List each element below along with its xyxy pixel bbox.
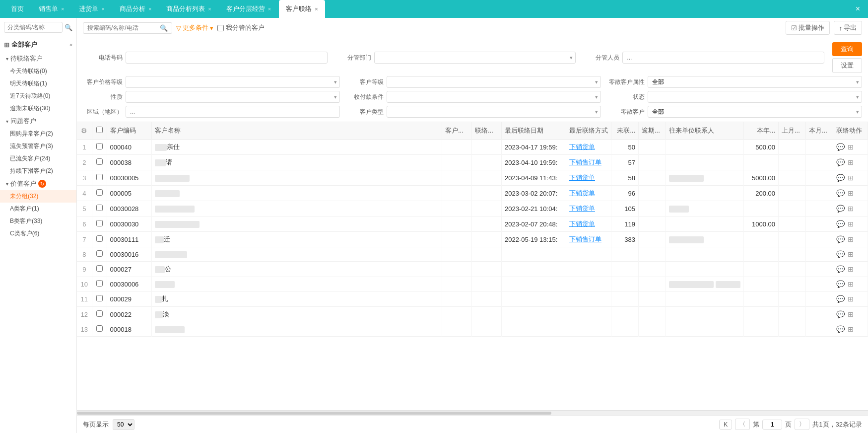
prev-page-button[interactable]: 〈	[735, 419, 750, 430]
message-icon[interactable]: 💬	[836, 310, 845, 318]
message-icon[interactable]: 💬	[836, 143, 845, 151]
last-way-link[interactable]: 下销售订单	[569, 158, 601, 166]
sidebar-item-overdue-pending[interactable]: 逾期未联络(30)	[0, 102, 76, 115]
grid-action-icon[interactable]: ⊞	[848, 220, 854, 228]
row-checkbox-cell[interactable]	[92, 262, 107, 277]
row-checkbox[interactable]	[96, 220, 103, 226]
message-icon[interactable]: 💬	[836, 174, 845, 182]
message-icon[interactable]: 💬	[836, 189, 845, 197]
message-icon[interactable]: 💬	[836, 280, 845, 288]
filter-scatter-attr-select[interactable]: 全部	[648, 76, 862, 88]
row-checkbox[interactable]	[96, 295, 103, 301]
nav-product-list[interactable]: 商品分析列表 ×	[159, 0, 218, 18]
last-way-link[interactable]: 下销货单	[569, 143, 595, 150]
nav-home[interactable]: 首页	[4, 0, 31, 18]
sidebar-item-churn-warning[interactable]: 流失预警客户(3)	[0, 140, 76, 152]
more-filters-button[interactable]: ▽ 更多条件 ▾	[176, 23, 213, 32]
row-checkbox[interactable]	[96, 235, 103, 242]
filter-manager-input[interactable]	[622, 52, 824, 64]
row-checkbox-cell[interactable]	[92, 322, 107, 337]
grid-action-icon[interactable]: ⊞	[848, 250, 854, 258]
all-customers-header[interactable]: ⊞ 全部客户 «	[0, 37, 76, 52]
close-all-button[interactable]: ×	[852, 4, 864, 13]
row-checkbox-cell[interactable]	[92, 247, 107, 262]
row-checkbox[interactable]	[96, 158, 103, 165]
sidebar-item-hoarding-abnormal[interactable]: 囤购异常客户(2)	[0, 128, 76, 140]
filter-payment-select[interactable]	[387, 91, 601, 103]
message-icon[interactable]: 💬	[836, 235, 845, 243]
row-checkbox[interactable]	[96, 143, 103, 149]
sidebar-item-ungroup[interactable]: 未分组(32)	[0, 190, 76, 203]
my-customers-checkbox[interactable]: 我分管的客户	[217, 23, 265, 32]
sidebar-item-today-pending[interactable]: 今天待联络(0)	[0, 65, 76, 77]
close-icon[interactable]: ×	[268, 6, 271, 12]
per-page-select[interactable]: 50	[113, 419, 134, 430]
sidebar-search-input[interactable]	[4, 22, 63, 33]
sidebar-item-churned[interactable]: 已流失客户(24)	[0, 152, 76, 165]
search-icon[interactable]: 🔍	[160, 24, 168, 32]
filter-scatter-select[interactable]: 全部	[648, 106, 862, 118]
message-icon[interactable]: 💬	[836, 158, 845, 166]
horizontal-scrollbar[interactable]	[77, 410, 868, 415]
grid-action-icon[interactable]: ⊞	[848, 158, 854, 166]
row-checkbox-cell[interactable]	[92, 170, 107, 186]
row-checkbox-cell[interactable]	[92, 277, 107, 291]
grid-action-icon[interactable]: ⊞	[848, 280, 854, 288]
row-checkbox-cell[interactable]	[92, 186, 107, 201]
reset-button[interactable]: 设置	[832, 58, 862, 73]
grid-action-icon[interactable]: ⊞	[848, 265, 854, 273]
select-all-checkbox[interactable]	[96, 127, 103, 133]
filter-price-grade-select[interactable]	[126, 76, 340, 88]
last-way-link[interactable]: 下销货单	[569, 220, 595, 227]
problem-group-header[interactable]: ▾ 问题客户	[0, 115, 76, 128]
nav-purchase[interactable]: 进货单 ×	[72, 0, 111, 18]
grid-action-icon[interactable]: ⊞	[848, 205, 854, 213]
sidebar-search-icon[interactable]: 🔍	[65, 24, 72, 31]
row-checkbox[interactable]	[96, 189, 103, 196]
last-way-link[interactable]: 下销货单	[569, 174, 595, 181]
row-checkbox-cell[interactable]	[92, 291, 107, 307]
row-checkbox-cell[interactable]	[92, 201, 107, 216]
settings-col-header[interactable]: ⚙	[77, 122, 92, 140]
row-checkbox[interactable]	[96, 310, 103, 317]
select-all-col[interactable]	[92, 122, 107, 140]
grid-action-icon[interactable]: ⊞	[848, 325, 854, 333]
gear-icon[interactable]: ⚙	[81, 127, 87, 135]
last-way-link[interactable]: 下销货单	[569, 189, 595, 197]
message-icon[interactable]: 💬	[836, 250, 845, 258]
filter-dept-select[interactable]	[374, 52, 576, 64]
sidebar-item-declining[interactable]: 持续下滑客户(2)	[0, 165, 76, 177]
pending-group-header[interactable]: ▾ 待联络客户	[0, 52, 76, 65]
sidebar-item-tomorrow-pending[interactable]: 明天待联络(1)	[0, 77, 76, 90]
close-icon[interactable]: ×	[61, 6, 64, 12]
row-checkbox[interactable]	[96, 205, 103, 211]
grid-action-icon[interactable]: ⊞	[848, 189, 854, 197]
close-icon[interactable]: ×	[101, 6, 104, 12]
close-icon[interactable]: ×	[208, 6, 211, 12]
score-group-header[interactable]: ▾ 价值客户 ↻	[0, 177, 76, 190]
row-checkbox-cell[interactable]	[92, 232, 107, 247]
next-page-button[interactable]: 〉	[795, 419, 809, 430]
message-icon[interactable]: 💬	[836, 295, 845, 303]
search-input[interactable]	[87, 24, 160, 31]
first-page-button[interactable]: K	[719, 420, 732, 430]
sidebar-item-c-class[interactable]: C类客户(6)	[0, 227, 76, 240]
grid-action-icon[interactable]: ⊞	[848, 174, 854, 182]
row-checkbox-cell[interactable]	[92, 216, 107, 232]
sidebar-item-7days-pending[interactable]: 近7天待联络(0)	[0, 90, 76, 102]
close-icon[interactable]: ×	[315, 6, 318, 12]
message-icon[interactable]: 💬	[836, 325, 845, 333]
sidebar-item-a-class[interactable]: A类客户(1)	[0, 203, 76, 215]
grid-action-icon[interactable]: ⊞	[848, 235, 854, 243]
row-checkbox[interactable]	[96, 325, 103, 332]
nav-product-analysis[interactable]: 商品分析 ×	[113, 0, 158, 18]
message-icon[interactable]: 💬	[836, 265, 845, 273]
row-checkbox[interactable]	[96, 265, 103, 272]
filter-customer-type-select[interactable]	[387, 106, 601, 118]
export-button[interactable]: ↑ 导出	[834, 21, 863, 35]
nav-sales[interactable]: 销售单 ×	[32, 0, 71, 18]
row-checkbox-cell[interactable]	[92, 155, 107, 170]
nav-customer-tier[interactable]: 客户分层经营 ×	[219, 0, 278, 18]
filter-customer-grade-select[interactable]	[387, 76, 601, 88]
filter-phone-input[interactable]	[126, 52, 328, 64]
